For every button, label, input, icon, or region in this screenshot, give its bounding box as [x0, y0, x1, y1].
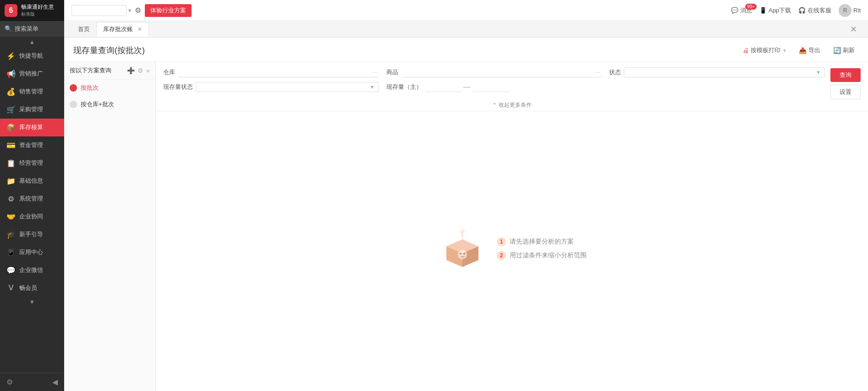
chevron-down-icon[interactable]: ▾	[783, 48, 786, 54]
sidebar-item-member[interactable]: V 畅会员	[0, 279, 64, 297]
chevron-down-icon[interactable]: ▾	[128, 7, 131, 14]
stock-main-from[interactable]	[425, 82, 461, 92]
sidebar-item-finance[interactable]: 💳 资金管理	[0, 136, 64, 154]
status-select[interactable]: ▼	[624, 67, 825, 77]
sidebar-item-appstore[interactable]: 📱 应用中心	[0, 244, 64, 261]
hint-number-1: 1	[497, 237, 506, 246]
service-icon: 🎧	[798, 7, 806, 14]
scroll-down-btn[interactable]: ▼	[0, 297, 64, 307]
sidebar-item-label: 采购管理	[19, 105, 43, 114]
stock-status-select[interactable]: ▼	[196, 82, 379, 92]
left-panel-title: 按以下方案查询	[70, 66, 124, 75]
sidebar-search[interactable]: 🔍 搜索菜单	[0, 21, 64, 37]
collapse-icon[interactable]: ◀	[52, 378, 58, 386]
page-title: 现存量查询(按批次)	[73, 45, 145, 56]
message-button[interactable]: 💬 消息 99+	[731, 6, 752, 15]
sidebar-item-label: 营销推广	[19, 70, 43, 78]
message-badge: 99+	[745, 4, 757, 10]
query-button[interactable]: 查询	[830, 68, 861, 82]
empty-illustration	[437, 223, 488, 274]
warehouse-input[interactable]: ···	[178, 68, 379, 77]
tab-home[interactable]: 首页	[71, 22, 96, 36]
appstore-icon: 📱	[6, 248, 16, 257]
left-panel-item-batch[interactable]: 按批次	[64, 80, 155, 96]
app-info: 畅康通好生意 标准版	[21, 4, 54, 17]
app-icon: 📱	[759, 7, 767, 14]
right-panel: 仓库 ··· 商品	[156, 62, 868, 391]
topbar: ▾ ⚙ 体验行业方案 💬 消息 99+ 📱 App下载 🎧 在线客服 R Rit	[64, 0, 868, 21]
product-label: 商品	[386, 68, 398, 76]
sidebar-item-inventory[interactable]: 📦 库存核算	[0, 119, 64, 136]
warehouse-label: 仓库	[163, 68, 175, 76]
collapse-bar[interactable]: ⌃ 收起更多条件	[163, 99, 861, 111]
online-service-button[interactable]: 🎧 在线客服	[798, 6, 831, 15]
product-filter: 商品 ···	[386, 68, 602, 77]
refresh-button[interactable]: 🔄 刷新	[829, 44, 859, 57]
more-icon[interactable]: ···	[595, 69, 600, 76]
tab-close-icon[interactable]: ✕	[137, 26, 142, 33]
filter-section: 仓库 ··· 商品	[163, 67, 861, 111]
item-label: 按批次	[81, 84, 99, 92]
sidebar-item-purchase[interactable]: 🛒 采购管理	[0, 101, 64, 119]
filter-top-row: 仓库 ··· 商品	[163, 67, 861, 99]
tab-batch[interactable]: 库存批次账 ✕	[96, 22, 149, 37]
sidebar-item-label: 经营管理	[19, 159, 43, 167]
left-panel: 按以下方案查询 ➕ ⚙ « 按批次 按仓库+批次	[64, 62, 156, 391]
sidebar-item-label: 销售管理	[19, 87, 43, 96]
topbar-search-input[interactable]	[71, 5, 126, 16]
sidebar-nav: ▲ ⚡ 快捷导航 📢 营销推广 💰 销售管理 🛒 采购管理 📦 库存核算 💳 资…	[0, 37, 64, 373]
main-area: ▾ ⚙ 体验行业方案 💬 消息 99+ 📱 App下载 🎧 在线客服 R Rit	[64, 0, 868, 391]
print-label: 按模板打印	[751, 46, 780, 54]
filter-actions: 查询 设置	[830, 67, 861, 99]
add-icon[interactable]: ➕	[127, 67, 135, 74]
topbar-gear-icon[interactable]: ⚙	[135, 6, 141, 15]
sidebar-item-wechat[interactable]: 💬 企业微信	[0, 261, 64, 279]
close-panel-icon[interactable]: ✕	[850, 24, 857, 34]
stock-main-to[interactable]	[472, 82, 509, 92]
app-name: 畅康通好生意	[21, 4, 54, 11]
member-icon: V	[6, 284, 16, 292]
user-button[interactable]: R Rit	[839, 4, 861, 17]
content-body: 按以下方案查询 ➕ ⚙ « 按批次 按仓库+批次	[64, 62, 868, 391]
sidebar-item-basic[interactable]: 📁 基础信息	[0, 172, 64, 190]
stock-status-filter: 现存量状态 ▼	[163, 82, 379, 92]
topbar-right: 💬 消息 99+ 📱 App下载 🎧 在线客服 R Rit	[731, 4, 861, 17]
product-input[interactable]: ···	[401, 68, 602, 77]
sidebar-item-shortcut[interactable]: ⚡ 快捷导航	[0, 47, 64, 65]
settings-icon[interactable]: ⚙	[6, 378, 13, 386]
tab-batch-label: 库存批次账	[103, 26, 133, 33]
sidebar-item-operation[interactable]: 📋 经营管理	[0, 154, 64, 172]
more-icon[interactable]: ···	[373, 69, 377, 76]
trial-button[interactable]: 体验行业方案	[145, 4, 192, 17]
svg-point-4	[458, 250, 467, 259]
topbar-search-area: ▾	[71, 5, 131, 16]
shortcut-icon: ⚡	[6, 52, 16, 60]
collab-icon: 🤝	[6, 212, 16, 221]
export-button[interactable]: 📤 导出	[795, 44, 824, 57]
app-download-button[interactable]: 📱 App下载	[759, 6, 791, 15]
export-label: 导出	[808, 46, 820, 54]
sidebar-item-marketing[interactable]: 📢 营销推广	[0, 65, 64, 83]
scroll-up-btn[interactable]: ▲	[0, 37, 64, 47]
status-filter: 状态 ▼	[609, 67, 825, 77]
sidebar-item-system[interactable]: ⚙ 系统管理	[0, 190, 64, 208]
collapse-left-icon[interactable]: «	[146, 67, 150, 74]
app-download-label: App下载	[769, 6, 791, 15]
sidebar-item-guide[interactable]: 🎓 新手引导	[0, 226, 64, 244]
hint-number-2: 2	[497, 251, 506, 260]
empty-hint-1: 1 请先选择要分析的方案	[497, 237, 587, 246]
inventory-icon: 📦	[6, 123, 16, 132]
sidebar-item-collab[interactable]: 🤝 企业协同	[0, 208, 64, 226]
settings-button[interactable]: 设置	[830, 85, 861, 99]
svg-point-9	[460, 229, 465, 234]
svg-point-6	[463, 253, 465, 255]
guide-icon: 🎓	[6, 230, 16, 239]
sidebar-item-sales[interactable]: 💰 销售管理	[0, 83, 64, 101]
left-panel-item-warehouse-batch[interactable]: 按仓库+批次	[64, 96, 155, 113]
refresh-icon: 🔄	[833, 47, 841, 54]
stock-main-label: 现存量（主）	[386, 83, 422, 91]
system-icon: ⚙	[6, 195, 16, 203]
header-actions: 🖨 按模板打印 ▾ 📤 导出 🔄 刷新	[738, 44, 859, 57]
settings-icon[interactable]: ⚙	[137, 67, 143, 74]
print-template-button[interactable]: 🖨 按模板打印 ▾	[738, 44, 790, 57]
